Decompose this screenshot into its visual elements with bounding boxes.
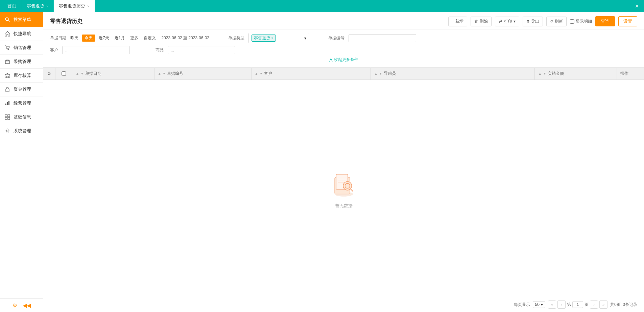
sort-desc-icon-cust: ▼	[260, 72, 263, 75]
table-header: ⚙ ▲ ▼ 单据日期 ▲ ▼ 单据编号 ▲ ▼ 客户	[43, 68, 644, 80]
date-btn-custom[interactable]: 自定义	[142, 35, 158, 42]
th-guide[interactable]: ▲ ▼ 导购员	[371, 68, 453, 80]
sort-desc-icon: ▼	[80, 72, 84, 75]
page-first-button[interactable]: «	[548, 300, 556, 309]
svg-point-16	[7, 130, 8, 132]
sidebar-item-sales[interactable]: 销售管理	[0, 41, 43, 55]
gear-bottom-icon[interactable]: ⚙	[13, 302, 17, 309]
delete-button[interactable]: 🗑 删除	[471, 17, 492, 26]
sidebar-label-sales: 销售管理	[14, 45, 31, 51]
sidebar-label-basic-info: 基础信息	[14, 114, 31, 120]
print-button[interactable]: 🖨 打印 ▾	[495, 17, 519, 26]
date-filter-label: 单据日期	[50, 35, 66, 41]
tab-close-retail-return-history[interactable]: ×	[87, 4, 89, 8]
doc-type-tag-close[interactable]: ×	[271, 36, 273, 40]
sidebar-bottom: ⚙ ◀◀	[0, 298, 43, 312]
doc-num-filter: 单据编号	[328, 34, 416, 42]
tab-retail-return[interactable]: 零售退货 ×	[22, 0, 53, 12]
home-icon	[4, 30, 11, 37]
filter-row-2: 客户 商品	[50, 46, 637, 54]
filter-row-1: 单据日期 昨天 今天 近7天 近1月 更多 自定义 2023-06-02 至 2…	[50, 33, 637, 43]
doc-num-input[interactable]	[349, 34, 416, 42]
svg-point-3	[8, 49, 9, 50]
page-header: 零售退货历史 + 新增 🗑 删除 🖨 打印 ▾ ⬆ 导出	[43, 12, 644, 29]
page-next-button[interactable]: ›	[590, 300, 598, 309]
goods-input[interactable]	[168, 46, 235, 54]
date-btn-more[interactable]: 更多	[128, 35, 140, 42]
per-page-label: 每页显示	[514, 302, 530, 308]
sidebar-item-inventory[interactable]: 库存核算	[0, 69, 43, 83]
svg-point-0	[5, 18, 8, 21]
sidebar-search[interactable]: 搜索菜单	[0, 12, 43, 27]
sidebar-label-finance: 资金管理	[14, 86, 31, 92]
speaker-icon[interactable]: ◀◀	[23, 302, 31, 309]
date-btn-today[interactable]: 今天	[82, 35, 95, 42]
select-all-checkbox[interactable]	[62, 71, 66, 76]
page-number-input[interactable]	[572, 301, 583, 308]
new-button[interactable]: + 新增	[448, 17, 467, 26]
pagination: 每页显示 50 ▾ « ‹ 第 页 › » 共0页, 0条记录	[43, 297, 644, 312]
svg-rect-13	[8, 115, 10, 117]
svg-line-25	[350, 189, 353, 191]
sidebar-item-operation[interactable]: 经营管理	[0, 96, 43, 110]
doc-type-filter: 单据类型 零售退货 × ▾	[228, 33, 309, 43]
tab-close-retail-return[interactable]: ×	[46, 4, 48, 8]
top-bar-right: ×	[632, 3, 644, 10]
empty-state: 暂无数据	[315, 155, 373, 222]
window-close-button[interactable]: ×	[635, 3, 639, 10]
sidebar-label-inventory: 库存核算	[14, 72, 31, 79]
sidebar-label-purchase: 采购管理	[14, 59, 31, 65]
goods-filter: 商品	[156, 46, 235, 54]
sidebar-label-system: 系统管理	[14, 128, 31, 134]
show-detail-checkbox[interactable]	[570, 19, 574, 24]
doc-type-select[interactable]: 零售退货 × ▾	[248, 33, 309, 43]
table-area: ⚙ ▲ ▼ 单据日期 ▲ ▼ 单据编号 ▲ ▼ 客户	[43, 68, 644, 297]
print-chevron-icon: ▾	[514, 19, 516, 24]
th-customer[interactable]: ▲ ▼ 客户	[252, 68, 371, 80]
delete-icon: 🗑	[474, 19, 478, 24]
th-amount[interactable]: ▲ ▼ 实销金额	[535, 68, 617, 80]
sidebar-item-finance[interactable]: 资金管理	[0, 83, 43, 96]
sort-desc-icon-guide: ▼	[379, 72, 382, 75]
date-btn-1month[interactable]: 近1月	[113, 35, 127, 42]
settings-button[interactable]: 设置	[618, 16, 637, 26]
sort-asc-icon-amt: ▲	[538, 72, 542, 75]
page-label-pre: 第	[567, 302, 571, 308]
tab-list: 首页 零售退货 × 零售退货历史 ×	[3, 0, 632, 12]
total-info: 共0页, 0条记录	[610, 302, 637, 308]
settings-icon	[4, 128, 11, 134]
tab-retail-return-history[interactable]: 零售退货历史 ×	[54, 0, 94, 12]
per-page-select[interactable]: 50 ▾	[533, 301, 545, 308]
lock-icon	[4, 86, 11, 93]
svg-rect-10	[7, 102, 8, 105]
show-detail-checkbox-label: 显示明细	[570, 19, 592, 24]
sidebar-item-quick-nav[interactable]: 快捷导航	[0, 27, 43, 41]
customer-label: 客户	[50, 47, 58, 53]
page-last-button[interactable]: »	[599, 300, 607, 309]
page-prev-button[interactable]: ‹	[557, 300, 566, 309]
svg-rect-7	[6, 76, 8, 78]
column-settings-icon[interactable]: ⚙	[47, 71, 51, 76]
box-icon	[4, 58, 11, 65]
th-number[interactable]: ▲ ▼ 单据编号	[154, 68, 252, 80]
sort-desc-icon-amt: ▼	[543, 72, 546, 75]
svg-rect-11	[8, 101, 9, 105]
sidebar-item-system[interactable]: 系统管理	[0, 124, 43, 138]
customer-input[interactable]	[62, 46, 130, 54]
export-button[interactable]: ⬆ 导出	[523, 17, 543, 26]
tab-home[interactable]: 首页	[3, 0, 21, 12]
sidebar-item-purchase[interactable]: 采购管理	[0, 55, 43, 69]
date-btn-7days[interactable]: 近7天	[97, 35, 111, 42]
export-icon: ⬆	[526, 19, 530, 24]
th-date[interactable]: ▲ ▼ 单据日期	[72, 68, 154, 80]
date-btn-yesterday[interactable]: 昨天	[68, 35, 80, 42]
sidebar-label-quick-nav: 快捷导航	[14, 31, 31, 37]
sidebar-item-basic-info[interactable]: 基础信息	[0, 110, 43, 124]
cart-icon	[4, 44, 11, 51]
refresh-button[interactable]: ↻ 刷新	[546, 17, 567, 26]
query-button[interactable]: 查询	[595, 16, 615, 26]
customer-filter: 客户	[50, 46, 130, 54]
collapse-button[interactable]: ⋀ 收起更多条件	[329, 57, 358, 63]
doc-type-label: 单据类型	[228, 35, 244, 41]
th-settings[interactable]: ⚙	[43, 68, 55, 80]
